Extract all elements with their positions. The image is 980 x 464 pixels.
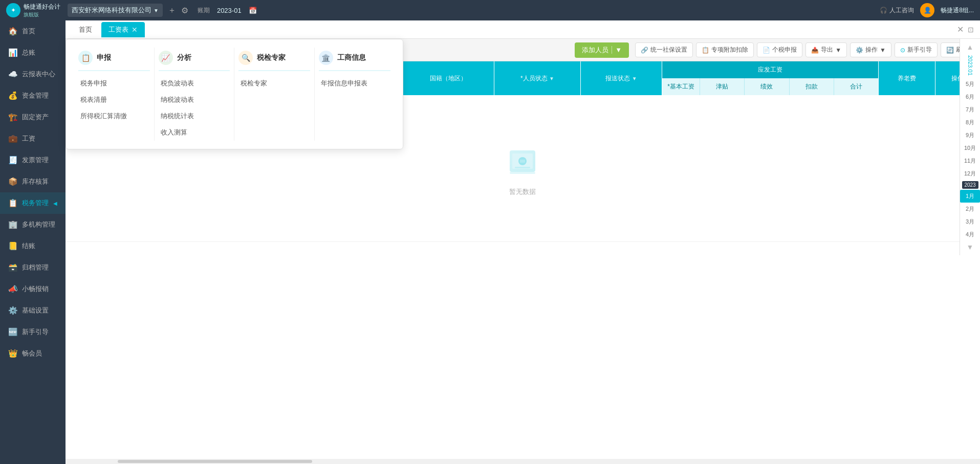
sidebar-item-inventory[interactable]: 📦 库存核算 [0,171,66,192]
tab-salary-label: 工资表 [108,25,128,34]
month-8[interactable]: 8月 [960,116,980,129]
sidebar-item-cloud-reports[interactable]: ☁️ 云报表中心 [0,63,66,85]
sidebar-label-org: 多机构管理 [22,220,55,229]
month-1[interactable]: 1月 [960,190,980,203]
tab-panel-restore-icon[interactable]: ⊡ [968,26,974,34]
special-deduction-btn[interactable]: 📋 专项附加扣除 [696,42,754,57]
org-icon: 🏢 [8,220,18,229]
header-right: 🎧 人工咨询 👤 畅捷通8组... [880,3,974,17]
month-12[interactable]: 12月 [960,167,980,180]
export-btn[interactable]: 📤 导出 ▼ [805,42,847,57]
tax-form-icon: 📄 [763,47,770,54]
horizontal-scrollbar[interactable] [66,459,980,464]
company-selector[interactable]: 西安虾米网络科技有限公司 ▼ [68,4,163,17]
company-name: 西安虾米网络科技有限公司 [72,6,151,15]
sidebar-item-xiaochang[interactable]: 📣 小畅报销 [0,278,66,300]
period-label: 账期 [198,6,210,15]
sidebar-item-settings[interactable]: ⚙️ 基础设置 [0,300,66,321]
tab-panel-close-icon[interactable]: ✕ [957,25,964,34]
item-annual-report[interactable]: 年报信息申报表 [319,75,391,92]
add-company-icon[interactable]: ＋ [168,5,176,16]
sidebar-label-invoice: 发票管理 [22,156,49,165]
item-tax-stats-table[interactable]: 纳税统计表 [159,108,230,124]
sidebar-label-cloud: 云报表中心 [22,70,55,79]
social-security-btn[interactable]: 🔗 统一社保设置 [635,42,693,57]
month-9[interactable]: 9月 [960,129,980,142]
item-tax-expert[interactable]: 税检专家 [238,75,310,92]
sidebar-item-newbie[interactable]: 🆕 新手引导 [0,321,66,343]
sidebar-item-multi-org[interactable]: 🏢 多机构管理 [0,214,66,235]
status-filter-icon[interactable]: ▼ [549,76,554,81]
month-5[interactable]: 5月 [960,78,980,91]
time-panel: ▲ 2023.01 5月 6月 7月 8月 9月 10月 11月 12月 202… [960,39,980,255]
th-allowance: 津贴 [700,78,745,95]
month-4[interactable]: 4月 [960,228,980,241]
newbie-guide-btn[interactable]: ⊙ 新手引导 [895,42,938,57]
top-header: ✦ 畅捷通好会计 旗舰版 西安虾米网络科技有限公司 ▼ ＋ ⚙ 账期 2023-… [0,0,980,20]
ledger-icon: 📊 [8,48,18,57]
home-icon: 🏠 [8,27,18,36]
funds-icon: 💰 [8,91,18,100]
item-tax-declaration[interactable]: 税务申报 [78,75,150,92]
settings-icon[interactable]: ⚙ [181,6,188,15]
submit-filter-icon[interactable]: ▼ [632,76,637,81]
dropdown-col-gongshang: 🏛️ 工商信息 年报信息申报表 [315,48,395,141]
period-display: 2023.01 [967,53,973,78]
sidebar-item-invoice[interactable]: 🧾 发票管理 [0,149,66,171]
user-avatar: 👤 [920,3,934,17]
individual-tax-btn[interactable]: 📄 个税申报 [757,42,802,57]
month-3[interactable]: 3月 [960,215,980,228]
sidebar-item-tax[interactable]: 📋 税务管理 ◀ [0,192,66,214]
tab-close-icon[interactable]: ✕ [132,26,138,34]
month-10[interactable]: 10月 [960,142,980,154]
th-status: *人员状态 ▼ [494,61,581,95]
calendar-icon[interactable]: 📅 [249,7,257,14]
sidebar-item-vip[interactable]: 👑 畅会员 [0,343,66,364]
sidebar-item-funds[interactable]: 💰 资金管理 [0,85,66,106]
month-2[interactable]: 2月 [960,203,980,215]
item-income-tax-settlement[interactable]: 所得税汇算清缴 [78,108,150,124]
item-income-calc[interactable]: 收入测算 [159,124,230,141]
sidebar-item-home[interactable]: 🏠 首页 [0,20,66,42]
newbie-icon: 🆕 [8,327,18,337]
sidebar-label-funds: 资金管理 [22,91,49,100]
export-label: 导出 [821,46,833,54]
sidebar-collapse-arrow: ◀ [53,201,57,206]
sidebar-item-archive[interactable]: 🗃️ 归档管理 [0,257,66,278]
dropdown-grid: 📋 申报 税务申报 税表清册 所得税汇算清缴 📈 分析 税负波动表 纳税波动表 … [74,48,395,141]
tab-salary-table[interactable]: 工资表 ✕ [101,22,145,37]
cloud-icon: ☁️ [8,70,18,79]
sidebar-item-general-ledger[interactable]: 📊 总账 [0,42,66,63]
export-icon: 📤 [811,47,819,54]
export-arrow-icon: ▼ [835,47,841,54]
time-nav-down[interactable]: ▼ [965,241,976,253]
logo-area: ✦ 畅捷通好会计 旗舰版 [6,3,62,18]
month-7[interactable]: 7月 [960,103,980,116]
month-6[interactable]: 6月 [960,91,980,103]
sidebar-label-assets: 固定资产 [22,113,49,122]
th-base-salary: *基本工资 [662,78,700,95]
tab-home[interactable]: 首页 [72,22,99,37]
item-tax-payment-table[interactable]: 纳税波动表 [159,92,230,108]
sidebar-item-salary[interactable]: 💼 工资 [0,128,66,149]
sidebar-label-close: 结账 [22,241,35,251]
logo-main-text: 畅捷通好会计 [24,3,60,11]
support-btn[interactable]: 🎧 人工咨询 [880,6,914,15]
add-person-button[interactable]: 添加人员 ▼ [575,42,629,58]
sidebar-item-close-account[interactable]: 📒 结账 [0,235,66,257]
operations-btn[interactable]: ⚙️ 操作 ▼ [850,42,891,57]
sidebar-item-fixed-assets[interactable]: 🏗️ 固定资产 [0,106,66,128]
shuijian-title: 税检专家 [257,53,286,62]
gongshang-header: 🏛️ 工商信息 [319,48,391,71]
th-pension: 养老费 [879,61,935,95]
time-nav-up[interactable]: ▲ [965,41,976,53]
month-11[interactable]: 11月 [960,154,980,167]
dropdown-col-fenxi: 📈 分析 税负波动表 纳税波动表 纳税统计表 收入测算 [155,48,235,141]
year-marker-2023: 2023 [962,181,978,189]
item-tax-burden-table[interactable]: 税负波动表 [159,75,230,92]
item-tax-table-register[interactable]: 税表清册 [78,92,150,108]
gongshang-icon: 🏛️ [319,51,333,65]
sidebar-label-vip: 畅会员 [22,349,42,358]
dropdown-arrow-icon: ▼ [154,8,159,13]
empty-text: 暂无数据 [509,187,536,196]
